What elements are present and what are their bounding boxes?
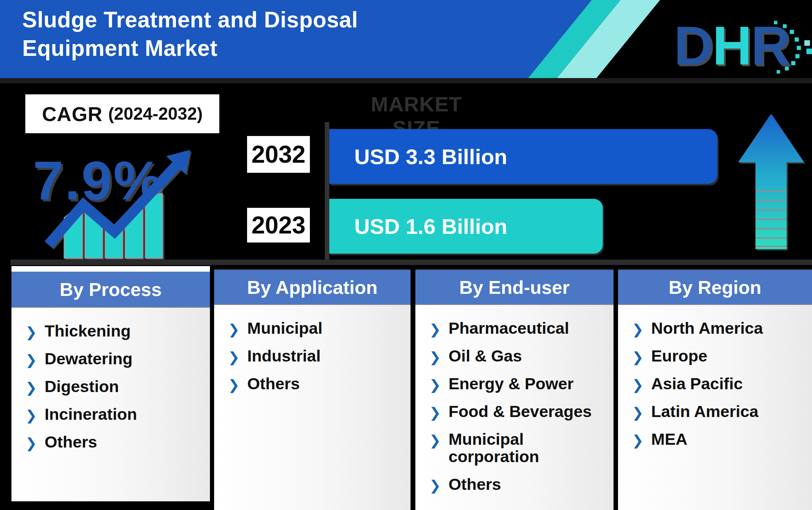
list-item: ❯Municipal xyxy=(228,320,400,337)
segment-body-end-user: ❯Pharmaceutical ❯Oil & Gas ❯Energy & Pow… xyxy=(415,305,614,510)
list-item: ❯Food & Beverages xyxy=(429,403,603,420)
page-title: Sludge Treatment and Disposal Equipment … xyxy=(22,6,358,62)
list-item: ❯Digestion xyxy=(25,378,200,395)
list-item-label: Oil & Gas xyxy=(449,347,522,365)
chevron-right-icon: ❯ xyxy=(429,321,441,338)
list-item: ❯Others xyxy=(25,433,200,451)
list-item-label: Latin America xyxy=(651,403,759,420)
bar-2023-value: USD 1.6 Billion xyxy=(354,214,507,239)
segment-panel-region: By Region ❯North America ❯Europe ❯Asia P… xyxy=(618,269,812,510)
logo-dots-decoration xyxy=(768,16,812,75)
chevron-right-icon: ❯ xyxy=(632,432,644,449)
chevron-right-icon: ❯ xyxy=(429,432,441,449)
chart-baseline xyxy=(10,260,812,265)
list-item-label: Pharmaceutical xyxy=(449,320,569,337)
list-item: ❯Others xyxy=(228,375,400,392)
list-item-label: Europe xyxy=(651,347,708,365)
list-item-label: Others xyxy=(449,476,501,493)
list-item: ❯Energy & Power xyxy=(429,375,603,392)
panel-top-strip xyxy=(11,266,210,272)
list-item-label: Asia Pacific xyxy=(651,375,743,392)
chevron-right-icon: ❯ xyxy=(25,379,37,396)
list-item: ❯Latin America xyxy=(632,403,802,420)
chart-axis xyxy=(325,122,329,261)
list-item: ❯Municipal corporation xyxy=(429,431,603,465)
list-item-label: Municipal corporation xyxy=(449,431,603,465)
chevron-right-icon: ❯ xyxy=(25,407,37,424)
cagr-label: CAGR xyxy=(42,102,103,126)
chevron-right-icon: ❯ xyxy=(429,477,441,494)
segment-header-process: By Process xyxy=(11,272,210,308)
segment-header-region: By Region xyxy=(618,269,812,305)
list-item: ❯Europe xyxy=(632,347,802,365)
chevron-right-icon: ❯ xyxy=(228,321,240,338)
chevron-right-icon: ❯ xyxy=(429,376,441,393)
bar-2032: USD 3.3 Billion xyxy=(329,129,717,184)
segment-panel-process: By Process ❯Thickening ❯Dewatering ❯Dige… xyxy=(11,266,210,501)
infographic: Sludge Treatment and Disposal Equipment … xyxy=(0,0,812,510)
list-item: ❯Oil & Gas xyxy=(429,347,603,365)
list-item: ❯MEA xyxy=(632,431,802,448)
list-item-label: Energy & Power xyxy=(449,375,574,392)
banner-divider xyxy=(0,78,812,83)
segment-body-application: ❯Municipal ❯Industrial ❯Others xyxy=(214,305,411,510)
chevron-right-icon: ❯ xyxy=(632,404,644,421)
list-item: ❯Pharmaceutical xyxy=(429,320,603,337)
list-item-label: Others xyxy=(247,375,300,392)
chevron-right-icon: ❯ xyxy=(25,351,37,368)
bar-2023: USD 1.6 Billion xyxy=(329,199,603,254)
list-item-label: Municipal xyxy=(247,320,323,337)
cagr-period: (2024-2032) xyxy=(108,104,203,124)
list-item: ❯Others xyxy=(429,476,603,493)
segment-header-application: By Application xyxy=(214,269,411,305)
list-item-label: Others xyxy=(45,433,98,451)
list-item: ❯Thickening xyxy=(25,322,200,340)
chevron-right-icon: ❯ xyxy=(25,323,37,341)
chevron-right-icon: ❯ xyxy=(429,404,441,421)
chevron-right-icon: ❯ xyxy=(632,321,644,338)
segment-panel-end-user: By End-user ❯Pharmaceutical ❯Oil & Gas ❯… xyxy=(415,269,614,510)
chevron-right-icon: ❯ xyxy=(228,348,240,366)
segment-header-end-user: By End-user xyxy=(415,269,614,305)
list-item-label: North America xyxy=(651,320,763,337)
chevron-right-icon: ❯ xyxy=(228,376,240,393)
list-item-label: Digestion xyxy=(45,378,119,395)
growth-up-arrow-graphic xyxy=(736,112,806,251)
cagr-growth-chart-graphic xyxy=(40,149,203,264)
chevron-right-icon: ❯ xyxy=(25,434,37,452)
list-item: ❯Dewatering xyxy=(25,350,200,367)
year-label-2023: 2023 xyxy=(247,208,310,243)
page-title-line2: Equipment Market xyxy=(22,34,358,62)
year-label-2032: 2032 xyxy=(247,136,310,173)
chevron-right-icon: ❯ xyxy=(632,348,644,366)
list-item-label: Thickening xyxy=(45,322,131,340)
list-item: ❯Incineration xyxy=(25,406,200,423)
segment-body-region: ❯North America ❯Europe ❯Asia Pacific ❯La… xyxy=(618,305,812,510)
chevron-right-icon: ❯ xyxy=(429,348,441,366)
list-item-label: Food & Beverages xyxy=(449,403,592,420)
header-banner: Sludge Treatment and Disposal Equipment … xyxy=(0,0,812,78)
logo-letter-h: H xyxy=(712,15,751,76)
segment-body-process: ❯Thickening ❯Dewatering ❯Digestion ❯Inci… xyxy=(11,308,210,501)
list-item: ❯North America xyxy=(632,320,802,337)
logo-letter-d: D xyxy=(674,15,712,76)
list-item-label: MEA xyxy=(651,431,687,448)
list-item-label: Industrial xyxy=(247,347,321,365)
list-item: ❯Asia Pacific xyxy=(632,375,802,392)
segment-panel-application: By Application ❯Municipal ❯Industrial ❯O… xyxy=(214,269,411,510)
list-item: ❯Industrial xyxy=(228,347,400,365)
list-item-label: Dewatering xyxy=(45,350,133,367)
bar-2032-value: USD 3.3 Billion xyxy=(354,144,507,169)
list-item-label: Incineration xyxy=(45,406,137,423)
chevron-right-icon: ❯ xyxy=(632,376,644,393)
page-title-line1: Sludge Treatment and Disposal xyxy=(22,6,358,34)
cagr-box: CAGR (2024-2032) xyxy=(25,94,219,133)
